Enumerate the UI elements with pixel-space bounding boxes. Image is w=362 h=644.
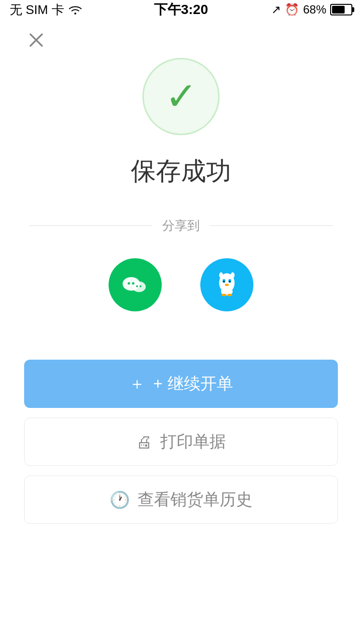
- svg-point-7: [139, 285, 141, 287]
- history-button[interactable]: 🕐 查看销货单历史: [24, 476, 338, 524]
- svg-point-6: [136, 285, 138, 287]
- battery-percent: 68%: [303, 3, 326, 16]
- divider-line-left: [29, 225, 153, 226]
- share-section: 分享到: [0, 217, 362, 340]
- success-icon-circle: ✓: [142, 58, 220, 135]
- continue-label: + 继续开单: [153, 373, 233, 395]
- continue-button[interactable]: ＋ + 继续开单: [24, 360, 338, 408]
- svg-point-13: [225, 284, 229, 286]
- divider-line-right: [209, 225, 333, 226]
- history-label: 查看销货单历史: [138, 489, 252, 511]
- alarm-icon: ⏰: [285, 3, 299, 16]
- history-icon: 🕐: [110, 490, 130, 509]
- battery-icon: [330, 4, 352, 15]
- svg-point-15: [222, 294, 226, 296]
- checkmark-icon: ✓: [165, 77, 197, 116]
- location-icon: ↗: [271, 3, 281, 16]
- svg-point-11: [223, 281, 225, 282]
- status-right: ↗ ⏰ 68%: [271, 3, 352, 16]
- svg-point-18: [231, 272, 235, 278]
- wechat-share-button[interactable]: [109, 258, 162, 311]
- share-icons-row: [29, 258, 333, 311]
- svg-point-12: [229, 281, 231, 282]
- print-button[interactable]: 🖨 打印单据: [24, 418, 338, 466]
- share-divider: 分享到: [29, 217, 333, 234]
- action-buttons: ＋ + 继续开单 🖨 打印单据 🕐 查看销货单历史: [0, 360, 362, 524]
- no-sim-text: 无 SIM 卡: [10, 1, 64, 18]
- continue-icon: ＋: [129, 373, 145, 395]
- svg-point-17: [219, 272, 223, 278]
- share-label: 分享到: [162, 217, 200, 234]
- main-content: ✓ 保存成功 分享到: [0, 19, 362, 524]
- status-left: 无 SIM 卡: [10, 1, 83, 18]
- svg-point-16: [227, 294, 232, 296]
- svg-point-4: [128, 282, 130, 285]
- svg-point-5: [132, 282, 135, 285]
- print-label: 打印单据: [160, 431, 226, 453]
- status-bar: 无 SIM 卡 下午3:20 ↗ ⏰ 68%: [0, 0, 362, 19]
- print-icon: 🖨: [136, 433, 153, 451]
- close-button[interactable]: [24, 28, 48, 52]
- success-title: 保存成功: [131, 154, 231, 188]
- qq-share-button[interactable]: [200, 258, 253, 311]
- wifi-icon: [68, 4, 83, 15]
- status-time: 下午3:20: [154, 0, 208, 19]
